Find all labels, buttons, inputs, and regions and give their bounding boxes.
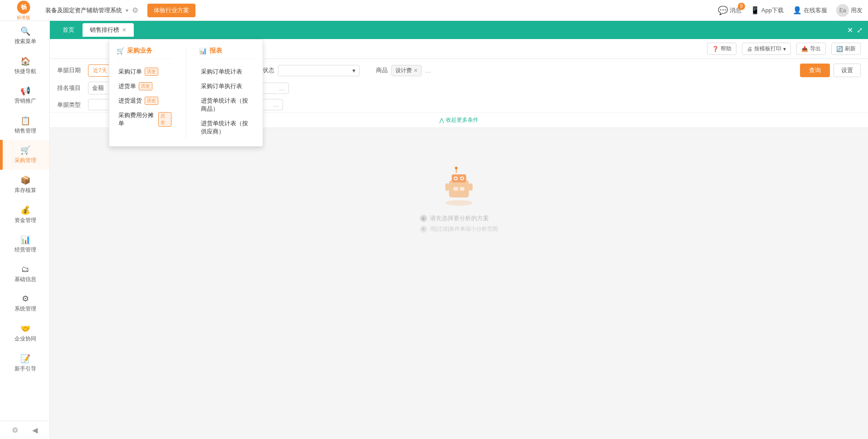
sidebar-item-finance[interactable]: 💰 资金管理 <box>0 200 49 230</box>
goods-dots[interactable]: … <box>425 67 431 74</box>
query-btns: 查询 设置 <box>800 64 861 77</box>
topbar-title: 装备及固定资产辅助管理系统 ▾ ⚙ 体验行业方案 <box>45 4 718 17</box>
user-btn[interactable]: Ea 用友 <box>836 4 863 17</box>
sidebar-item-system[interactable]: ⚙ 系统管理 <box>0 288 49 318</box>
dropdown-purchase-title: 🛒 采购业务 <box>117 47 173 59</box>
sidebar-item-basicinfo[interactable]: 🗂 基础信息 <box>0 259 49 289</box>
query-btn[interactable]: 查询 <box>800 64 830 77</box>
tab-sales-rank-label: 销售排行榜 <box>90 26 119 34</box>
collapse-btn[interactable]: ⋀ 收起更多条件 <box>439 116 478 124</box>
service-btn[interactable]: 👤 在线客服 <box>793 6 827 15</box>
basicinfo-icon: 🗂 <box>21 265 29 274</box>
print-btn[interactable]: 🖨 按模板打印 ▾ <box>742 43 791 55</box>
svg-rect-11 <box>445 183 449 191</box>
search-icon: 🔍 <box>20 26 30 36</box>
dropdown-item-po[interactable]: 采购订单 历史 <box>117 64 173 79</box>
help-icon: ❓ <box>712 46 719 52</box>
empty-illustration <box>436 164 482 210</box>
sidebar-collapse-icon[interactable]: ◀ <box>32 426 38 434</box>
export-btn[interactable]: 📤 导出 <box>796 43 826 55</box>
hist-tag-receipt: 历史 <box>139 82 152 90</box>
dropdown-item-expense[interactable]: 采购费用分摊单 历史 <box>117 108 173 131</box>
sidebar-item-warehouse[interactable]: 📦 库存核算 <box>0 170 49 200</box>
goods-filter-group: 商品 设计费 ✕ … <box>376 65 431 76</box>
refresh-icon: 🔄 <box>836 46 843 52</box>
tab-sales-rank[interactable]: 销售排行榜 ✕ <box>83 23 134 37</box>
service-label: 在线客服 <box>804 6 827 15</box>
title-arrow[interactable]: ▾ <box>126 7 128 14</box>
sidebar-item-quick[interactable]: 🏠 快捷导航 <box>0 51 49 81</box>
dropdown-item-receipt-stats[interactable]: 进货单统计表（按商品） <box>199 94 256 116</box>
goods-tag-remove[interactable]: ✕ <box>414 68 418 74</box>
sales-icon: 📋 <box>20 116 30 126</box>
goods-tag: 设计费 ✕ <box>391 65 422 76</box>
content-area: 首页 销售排行榜 ✕ ✕ ⤢ ❓ 帮助 <box>50 21 868 439</box>
dropdown-item-receipt[interactable]: 进货单 历史 <box>117 79 173 94</box>
svg-rect-3 <box>449 180 469 197</box>
avatar: Ea <box>836 4 849 17</box>
sidebar-item-sales[interactable]: 📋 销售管理 <box>0 110 49 140</box>
print-icon: 🖨 <box>747 46 752 52</box>
service-icon: 👤 <box>793 6 802 15</box>
home-icon: 🏠 <box>20 56 30 66</box>
dropdown-item-po-stats[interactable]: 采购订单统计表 <box>199 64 256 79</box>
settings-filter-btn[interactable]: 设置 <box>834 64 861 77</box>
dropdown-divider <box>186 47 186 139</box>
salesperson-dots: … <box>279 85 285 92</box>
tab-expand-icon[interactable]: ⤢ <box>857 26 863 35</box>
purchase-title-icon: 🛒 <box>117 47 124 54</box>
tab-bar: 首页 销售排行榜 ✕ ✕ ⤢ <box>50 21 868 39</box>
messages-btn[interactable]: 💬 9 消息 <box>718 5 741 15</box>
sidebar-item-enterprise[interactable]: 🤝 企业协同 <box>0 318 49 348</box>
refresh-btn[interactable]: 🔄 刷新 <box>831 43 861 55</box>
sidebar-finance-label: 资金管理 <box>15 217 36 224</box>
status-filter-group: 单据状态 ▾ <box>251 65 360 76</box>
sidebar-warehouse-label: 库存核算 <box>15 187 36 194</box>
dropdown-report-title: 📊 报表 <box>199 47 256 59</box>
sidebar-purchase-label: 采购管理 <box>15 157 36 164</box>
tab-home[interactable]: 首页 <box>55 23 82 37</box>
sidebar-quick-label: 快捷导航 <box>15 68 36 75</box>
phone-icon: 📱 <box>751 6 760 15</box>
settings-icon[interactable]: ⚙ <box>132 6 138 15</box>
sidebar-search-label: 搜索菜单 <box>15 38 36 45</box>
sidebar-item-purchase[interactable]: 🛒 采购管理 <box>0 140 49 170</box>
order-type-label: 单据类型 <box>57 101 81 109</box>
sidebar-item-search[interactable]: 🔍 搜索菜单 <box>0 21 49 51</box>
dropdown-item-return[interactable]: 进货退货 历史 <box>117 94 173 108</box>
sidebar-guide-label: 新手引导 <box>15 365 36 373</box>
sidebar-operations-label: 经营管理 <box>15 247 36 254</box>
tab-home-label: 首页 <box>63 26 74 34</box>
purchase-icon: 🛒 <box>20 145 30 155</box>
sidebar-item-marketing[interactable]: 📢 营销推广 <box>0 80 49 110</box>
sidebar-gear-icon[interactable]: ⚙ <box>12 426 18 434</box>
svg-point-14 <box>455 167 458 169</box>
svg-point-7 <box>455 178 457 179</box>
empty-hint-1: ① 请先选择要分析的方案 <box>420 214 498 222</box>
dropdown-item-po-exec[interactable]: 采购订单执行表 <box>199 79 256 94</box>
svg-rect-10 <box>460 187 464 191</box>
export-icon: 📤 <box>801 46 808 52</box>
tab-close-icon[interactable]: ✕ <box>122 27 127 33</box>
svg-rect-9 <box>454 187 458 191</box>
industry-btn[interactable]: 体验行业方案 <box>147 4 195 17</box>
system-icon: ⚙ <box>22 294 29 304</box>
sidebar-bottom: ⚙ ◀ <box>0 421 49 439</box>
main-layout: 🔍 搜索菜单 🏠 快捷导航 📢 营销推广 📋 销售管理 🛒 采购管理 📦 库存核… <box>0 21 868 439</box>
date-filter-label: 单据日期 <box>57 66 81 74</box>
operations-icon: 📊 <box>20 235 30 245</box>
dropdown-item-receipt-supplier[interactable]: 进货单统计表（按供应商） <box>199 116 256 139</box>
tab-bar-right: ✕ ⤢ <box>847 26 863 35</box>
app-download-btn[interactable]: 📱 App下载 <box>751 6 784 15</box>
sidebar-item-operations[interactable]: 📊 经营管理 <box>0 229 49 259</box>
logo-text: 标准版 <box>17 15 30 21</box>
status-select[interactable]: ▾ <box>278 65 360 76</box>
report-title-icon: 📊 <box>199 47 207 54</box>
system-title: 装备及固定资产辅助管理系统 <box>45 6 122 15</box>
help-btn[interactable]: ❓ 帮助 <box>707 43 736 55</box>
sidebar-item-guide[interactable]: 📝 新手引导 <box>0 348 49 378</box>
date-btn-7days[interactable]: 近7天 <box>88 64 112 77</box>
tab-close-all-icon[interactable]: ✕ <box>847 26 853 35</box>
svg-point-8 <box>461 178 463 179</box>
customer-dots: … <box>273 101 279 108</box>
